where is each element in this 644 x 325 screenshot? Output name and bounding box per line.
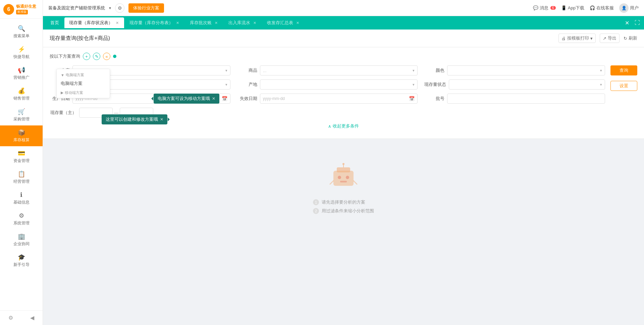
- filter-content: 仓库 ... ▾ 商品 ... ▾: [50, 64, 637, 119]
- app-download-item[interactable]: 📱 App下载: [561, 5, 584, 11]
- sidebar-footer: ⚙ ◀: [0, 310, 43, 325]
- notification-icon: 💬: [533, 5, 538, 10]
- tooltip1-close[interactable]: ✕: [212, 96, 215, 101]
- online-support-item[interactable]: 🎧 在线客服: [590, 5, 614, 11]
- tooltip2-close[interactable]: ✕: [160, 117, 163, 122]
- step2-num: 2: [313, 208, 319, 214]
- desktop-scheme-item[interactable]: 电脑端方案: [57, 79, 110, 88]
- tab-label-batch-ledger: 库存批次账: [190, 20, 212, 26]
- sidebar-item-basic[interactable]: ℹ 基础信息: [0, 188, 43, 209]
- scheme-list: ▼ 电脑端方案 电脑端方案 ▶ 移动端方案: [56, 69, 110, 98]
- tab-label-home: 首页: [50, 20, 59, 26]
- sidebar-item-finance[interactable]: 💳 资金管理: [0, 146, 43, 167]
- fullscreen-icon[interactable]: ⛶: [633, 18, 641, 27]
- nav-label-quick-nav: 快捷导航: [13, 54, 30, 60]
- main-area: 装备及固定资产辅助管理系统 ▾ ⚙ 体验行业方案 💬 消息 6 📱 App下载 …: [43, 0, 644, 325]
- back-scheme-btn[interactable]: «: [103, 53, 110, 60]
- color-field: 颜色 ▾: [424, 65, 605, 75]
- origin-label: 产地: [237, 82, 257, 88]
- filter-row1: 仓库 ... ▾ 商品 ... ▾: [50, 65, 605, 75]
- reset-button[interactable]: 设置: [610, 81, 637, 91]
- system-dropdown[interactable]: ▾: [109, 6, 111, 10]
- size-dropdown-icon: ▾: [225, 83, 227, 87]
- batch-label: 批号: [424, 96, 444, 102]
- origin-field: 产地 ▾: [237, 79, 418, 90]
- origin-select[interactable]: ▾: [260, 79, 418, 90]
- refresh-button[interactable]: ↻ 刷新: [624, 35, 637, 41]
- svg-point-2: [338, 176, 341, 179]
- sidebar-item-system[interactable]: ⚙ 系统管理: [0, 209, 43, 229]
- settings-footer-icon[interactable]: ⚙: [8, 315, 13, 321]
- print-button[interactable]: 🖨 按模板打印 ▾: [558, 34, 596, 43]
- collapse-icon-caret: ∧: [328, 124, 331, 129]
- sidebar-item-purchase[interactable]: 🛒 采购管理: [0, 105, 43, 125]
- sidebar-nav: 🔍 搜索菜单 ⚡ 快捷导航 📢 营销推广 💰 销售管理 🛒 采购管理 📦 库存核…: [0, 19, 43, 310]
- product-select[interactable]: ... ▾: [260, 65, 418, 75]
- search-actions: 查询 设置: [610, 64, 637, 119]
- svg-point-3: [346, 176, 349, 179]
- tab-close-batch-ledger[interactable]: ✕: [214, 20, 218, 25]
- nav-icon-operation: 📋: [18, 170, 25, 178]
- page-title: 现存量查询(按仓库+商品): [50, 35, 110, 42]
- nav-label-marketing: 营销推广: [13, 75, 30, 80]
- sidebar-item-sales[interactable]: 💰 销售管理: [0, 84, 43, 105]
- notification-item[interactable]: 💬 消息 6: [533, 5, 556, 11]
- nav-label-sales: 销售管理: [13, 96, 30, 101]
- nav-label-operation: 经营管理: [13, 179, 30, 184]
- empty-state: 1 请先选择要分析的方案 2 用过滤条件来缩小分析范围: [43, 139, 644, 237]
- nav-icon-basic: ℹ: [20, 191, 22, 199]
- tab-close-flow[interactable]: ✕: [252, 20, 257, 25]
- sidebar-item-enterprise[interactable]: 🏢 企业协同: [0, 229, 43, 250]
- close-all-icon[interactable]: ✕: [624, 18, 631, 28]
- tab-close-receipt-summary[interactable]: ✕: [295, 20, 300, 25]
- header-left: 装备及固定资产辅助管理系统 ▾ ⚙ 体验行业方案: [48, 3, 164, 13]
- user-item[interactable]: 👤 用户: [619, 3, 639, 13]
- sidebar-item-inventory[interactable]: 📦 库存核算: [0, 125, 43, 146]
- sidebar-logo: 6 畅通好生意 标准版: [0, 0, 43, 19]
- product-placeholder: ...: [263, 68, 267, 73]
- tooltip1-text: 电脑方案可设为移动方案哦: [158, 96, 210, 102]
- nav-icon-inventory: 📦: [18, 129, 25, 136]
- nav-label-search: 搜索菜单: [13, 33, 30, 39]
- export-button[interactable]: ↗ 导出: [600, 34, 620, 43]
- dot-indicator: [113, 55, 116, 58]
- tab-receipt-summary[interactable]: 收发存汇总表✕: [262, 17, 305, 28]
- desktop-group-label: ▼ 电脑端方案: [61, 72, 106, 77]
- tab-inventory-dist[interactable]: 现存量（库存分布表）✕: [125, 17, 184, 28]
- tab-close-inventory-status[interactable]: ✕: [115, 20, 119, 25]
- trial-button[interactable]: 体验行业方案: [128, 3, 164, 13]
- color-select[interactable]: ▾: [447, 65, 605, 75]
- arrow-icon-mobile: ▶: [61, 91, 63, 95]
- settings-button[interactable]: ⚙: [115, 3, 124, 13]
- sidebar-item-guide[interactable]: 🎓 新手引导: [0, 250, 43, 271]
- nav-label-basic: 基础信息: [13, 200, 30, 205]
- nav-icon-guide: 🎓: [18, 254, 25, 261]
- expiry-date-input[interactable]: yyyy-mm-dd 📅: [260, 94, 418, 104]
- batch-input[interactable]: [447, 94, 605, 104]
- empty-step2: 2 用过滤条件来缩小分析范围: [313, 208, 374, 214]
- search-button[interactable]: 查询: [610, 65, 637, 75]
- tab-inventory-status[interactable]: 现存量（库存状况表）✕: [64, 17, 124, 28]
- tab-home[interactable]: 首页: [46, 17, 64, 28]
- tab-bar-right: ✕ ⛶: [624, 18, 641, 28]
- sidebar-item-quick-nav[interactable]: ⚡ 快捷导航: [0, 42, 43, 63]
- sidebar-item-operation[interactable]: 📋 经营管理: [0, 167, 43, 188]
- add-scheme-btn[interactable]: +: [83, 53, 90, 60]
- headset-icon: 🎧: [590, 5, 595, 10]
- color-label: 颜色: [424, 67, 444, 73]
- edit-scheme-btn[interactable]: ✎: [93, 53, 100, 60]
- stock-status-select[interactable]: ▾: [449, 79, 605, 90]
- filter-inner: 按以下方案查询 + ✎ « ▼ 电脑端方案 电脑端方案: [50, 53, 637, 133]
- filter-area: 按以下方案查询 + ✎ « ▼ 电脑端方案 电脑端方案: [43, 47, 644, 139]
- nav-icon-enterprise: 🏢: [18, 233, 25, 240]
- tab-label-inventory-status: 现存量（库存状况表）: [69, 20, 113, 26]
- tooltip2-text: 这里可以创建和修改方案哦: [106, 116, 158, 122]
- sidebar-item-marketing[interactable]: 📢 营销推广: [0, 63, 43, 84]
- tab-flow[interactable]: 出入库流水✕: [224, 17, 262, 28]
- arrow-icon: ▼: [61, 73, 64, 77]
- collapse-icon[interactable]: ◀: [30, 315, 34, 321]
- tab-close-inventory-dist[interactable]: ✕: [175, 20, 180, 25]
- tab-batch-ledger[interactable]: 库存批次账✕: [185, 17, 223, 28]
- desktop-scheme-group: ▼ 电脑端方案: [57, 70, 110, 79]
- sidebar-item-search[interactable]: 🔍 搜索菜单: [0, 21, 43, 42]
